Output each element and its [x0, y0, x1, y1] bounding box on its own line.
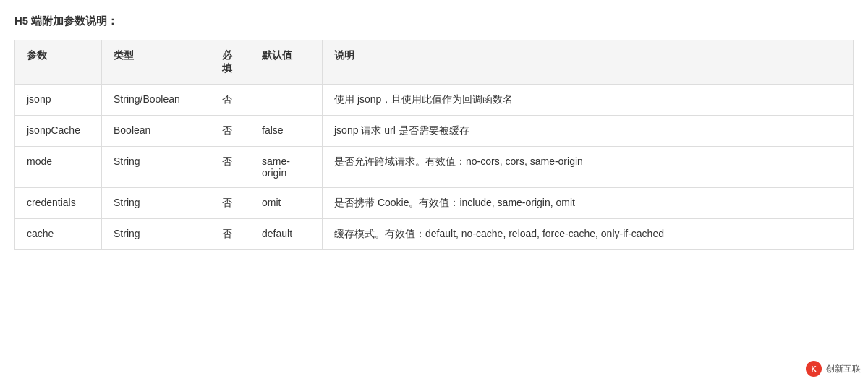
type-cell: String/Boolean: [102, 85, 210, 116]
col-header-desc: 说明: [323, 40, 854, 85]
desc-cell: 是否允许跨域请求。有效值：no-cors, cors, same-origin: [323, 147, 854, 188]
params-table: 参数 类型 必填 默认值 说明 jsonpString/Boolean否使用 j…: [14, 40, 854, 250]
page-title: H5 端附加参数说明：: [14, 14, 854, 28]
param-cell: jsonpCache: [15, 116, 102, 147]
col-header-param: 参数: [15, 40, 102, 85]
table-row: jsonpCacheBoolean否falsejsonp 请求 url 是否需要…: [15, 116, 854, 147]
table-row: modeString否same-origin是否允许跨域请求。有效值：no-co…: [15, 147, 854, 188]
desc-cell: 使用 jsonp，且使用此值作为回调函数名: [323, 85, 854, 116]
watermark: K 创新互联: [806, 361, 861, 377]
col-header-type: 类型: [102, 40, 210, 85]
default-cell: default: [250, 219, 323, 250]
param-cell: jsonp: [15, 85, 102, 116]
default-cell: [250, 85, 323, 116]
param-cell: mode: [15, 147, 102, 188]
type-cell: Boolean: [102, 116, 210, 147]
param-cell: credentials: [15, 188, 102, 219]
table-row: credentialsString否omit是否携带 Cookie。有效值：in…: [15, 188, 854, 219]
default-cell: same-origin: [250, 147, 323, 188]
watermark-text: 创新互联: [826, 363, 861, 375]
required-cell: 否: [210, 188, 250, 219]
col-header-required: 必填: [210, 40, 250, 85]
watermark-logo: K: [806, 361, 822, 377]
table-row: jsonpString/Boolean否使用 jsonp，且使用此值作为回调函数…: [15, 85, 854, 116]
col-header-default: 默认值: [250, 40, 323, 85]
required-cell: 否: [210, 85, 250, 116]
type-cell: String: [102, 147, 210, 188]
default-cell: false: [250, 116, 323, 147]
desc-cell: 缓存模式。有效值：default, no-cache, reload, forc…: [323, 219, 854, 250]
desc-cell: 是否携带 Cookie。有效值：include, same-origin, om…: [323, 188, 854, 219]
required-cell: 否: [210, 116, 250, 147]
type-cell: String: [102, 188, 210, 219]
table-row: cacheString否default缓存模式。有效值：default, no-…: [15, 219, 854, 250]
default-cell: omit: [250, 188, 323, 219]
table-header-row: 参数 类型 必填 默认值 说明: [15, 40, 854, 85]
required-cell: 否: [210, 147, 250, 188]
required-cell: 否: [210, 219, 250, 250]
type-cell: String: [102, 219, 210, 250]
param-cell: cache: [15, 219, 102, 250]
desc-cell: jsonp 请求 url 是否需要被缓存: [323, 116, 854, 147]
